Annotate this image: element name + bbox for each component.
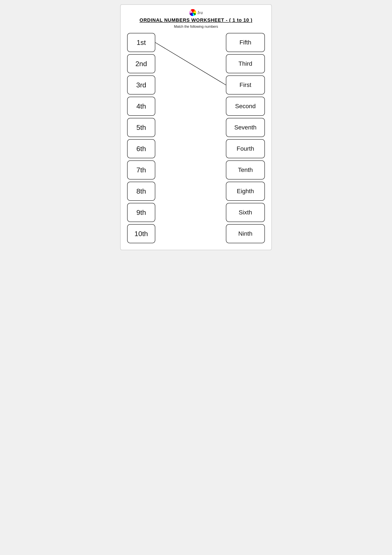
right-box-2[interactable]: Third [226,54,265,73]
right-box-7[interactable]: Tenth [226,161,265,180]
right-box-9[interactable]: Sixth [226,203,265,222]
left-box-10[interactable]: 10th [127,224,155,243]
left-box-3[interactable]: 3rd [127,75,155,95]
svg-line-0 [155,43,226,85]
header: Ira ORDINAL NUMBERS WORKSHEET - ( 1 to 1… [127,9,265,29]
logo-icon [189,9,196,16]
left-column: 1st2nd3rd4th5th6th7th8th9th10th [127,33,155,243]
logo-text: Ira [198,10,203,15]
left-box-2[interactable]: 2nd [127,54,155,73]
content-area: 1st2nd3rd4th5th6th7th8th9th10th FifthThi… [127,33,265,243]
page-title: ORDINAL NUMBERS WORKSHEET - ( 1 to 10 ) [127,17,265,23]
right-box-10[interactable]: Ninth [226,224,265,243]
right-column: FifthThirdFirstSecondSeventhFourthTenthE… [226,33,265,243]
left-box-7[interactable]: 7th [127,161,155,180]
right-box-6[interactable]: Fourth [226,139,265,158]
page-subtitle: Match the following numbers [127,25,265,29]
left-box-9[interactable]: 9th [127,203,155,222]
left-box-5[interactable]: 5th [127,118,155,137]
right-box-1[interactable]: Fifth [226,33,265,52]
left-box-6[interactable]: 6th [127,139,155,158]
right-box-5[interactable]: Seventh [226,118,265,137]
right-box-8[interactable]: Eighth [226,182,265,201]
left-box-4[interactable]: 4th [127,97,155,116]
worksheet-page: Ira ORDINAL NUMBERS WORKSHEET - ( 1 to 1… [120,4,272,250]
left-box-1[interactable]: 1st [127,33,155,52]
right-box-3[interactable]: First [226,75,265,95]
right-box-4[interactable]: Second [226,97,265,116]
logo-area: Ira [127,9,265,16]
left-box-8[interactable]: 8th [127,182,155,201]
